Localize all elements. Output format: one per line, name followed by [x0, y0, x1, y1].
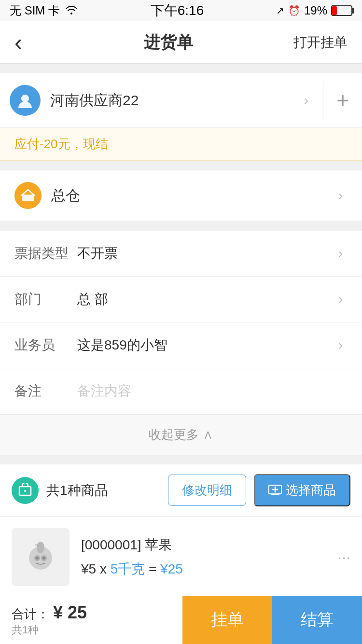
bottom-bar: 合计： ¥ 25 共1种 挂单 结算: [0, 596, 362, 644]
nav-bar: ‹ 进货单 打开挂单: [0, 21, 362, 64]
supplier-avatar: [10, 85, 41, 116]
invoice-chevron-icon: ›: [338, 246, 343, 261]
remark-row[interactable]: 备注 备注内容: [0, 368, 362, 414]
svg-point-3: [24, 490, 26, 492]
alarm-icon: ⏰: [288, 5, 300, 16]
carrier-text: 无 SIM 卡: [10, 3, 60, 18]
status-left: 无 SIM 卡: [10, 3, 78, 18]
department-row[interactable]: 部门 总 部 ›: [0, 277, 362, 322]
salesperson-chevron-icon: ›: [338, 337, 343, 353]
section-gap-1: [0, 64, 362, 73]
invoice-type-value: 不开票: [77, 244, 338, 263]
status-time: 下午6:16: [151, 1, 204, 20]
invoice-type-row[interactable]: 票据类型 不开票 ›: [0, 231, 362, 277]
section-gap-2: [0, 161, 362, 170]
select-product-button[interactable]: 选择商品: [254, 474, 350, 506]
warehouse-icon: [14, 182, 42, 209]
supplier-section: 河南供应商22 › +: [0, 73, 362, 128]
collapse-button[interactable]: 收起更多 ∧: [0, 414, 362, 455]
wifi-icon: [65, 4, 78, 17]
product-more-button[interactable]: ···: [337, 548, 350, 566]
svg-rect-1: [22, 195, 34, 201]
supplier-name: 河南供应商22: [50, 91, 294, 111]
invoice-type-label: 票据类型: [14, 244, 77, 263]
department-label: 部门: [14, 290, 77, 308]
total-amount: ¥ 25: [53, 602, 87, 623]
product-list: [0000001] 苹果 ¥5 x 5千克 = ¥25 ···: [0, 517, 362, 598]
salesperson-value: 这是859的小智: [77, 336, 338, 354]
remark-label: 备注: [14, 382, 77, 400]
total-section: 合计： ¥ 25 共1种: [0, 596, 182, 644]
product-header: 共1种商品 修改明细 选择商品: [0, 464, 362, 517]
product-thumbnail: [12, 528, 70, 586]
multiply-sign: x: [100, 561, 111, 576]
warehouse-chevron-icon: ›: [338, 188, 343, 203]
select-product-label: 选择商品: [286, 482, 336, 499]
status-bar: 无 SIM 卡 下午6:16 ↗ ⏰ 19%: [0, 0, 362, 21]
product-name: [0000001] 苹果: [81, 536, 326, 554]
warehouse-name: 总仓: [51, 186, 329, 206]
battery-fill: [332, 6, 337, 15]
equals-sign: =: [149, 561, 160, 576]
pending-button[interactable]: 挂单: [182, 596, 272, 644]
back-button[interactable]: ‹: [14, 29, 43, 56]
unit-price: ¥5: [81, 561, 96, 576]
salesperson-row[interactable]: 业务员 这是859的小智 ›: [0, 322, 362, 368]
salesperson-label: 业务员: [14, 336, 77, 354]
product-price: ¥5 x 5千克 = ¥25: [81, 560, 326, 578]
battery-text: 19%: [304, 4, 327, 17]
status-right: ↗ ⏰ 19%: [276, 4, 352, 17]
svg-point-6: [37, 542, 44, 553]
svg-point-10: [42, 557, 45, 560]
total-count: 共1种: [12, 623, 171, 637]
add-supplier-button[interactable]: +: [323, 73, 362, 127]
product-count-text: 共1种商品: [46, 481, 160, 500]
remark-placeholder: 备注内容: [77, 382, 348, 400]
svg-point-9: [36, 557, 39, 560]
department-chevron-icon: ›: [338, 292, 343, 307]
battery-icon: [331, 5, 352, 16]
department-value: 总 部: [77, 290, 338, 308]
product-info: [0000001] 苹果 ¥5 x 5千克 = ¥25: [81, 536, 326, 578]
section-gap-3: [0, 221, 362, 231]
payment-notice: 应付-20元，现结: [0, 128, 362, 161]
warehouse-selector[interactable]: 总仓 ›: [0, 170, 362, 221]
checkout-button[interactable]: 结算: [272, 596, 362, 644]
supplier-chevron-icon: ›: [304, 93, 308, 108]
edit-detail-button[interactable]: 修改明细: [168, 475, 246, 506]
product-count-icon: [12, 477, 39, 504]
page-title: 进货单: [144, 31, 193, 54]
total-label: 合计：: [12, 606, 49, 623]
form-section: 票据类型 不开票 › 部门 总 部 › 业务员 这是859的小智 › 备注 备注…: [0, 231, 362, 414]
total-price: ¥25: [160, 561, 183, 576]
quantity: 5千克: [111, 561, 145, 576]
location-icon: ↗: [276, 5, 284, 16]
svg-point-0: [21, 95, 29, 102]
open-pending-button[interactable]: 打开挂单: [293, 33, 348, 52]
product-item: [0000001] 苹果 ¥5 x 5千克 = ¥25 ···: [0, 517, 362, 598]
supplier-selector[interactable]: 河南供应商22 ›: [0, 73, 323, 127]
